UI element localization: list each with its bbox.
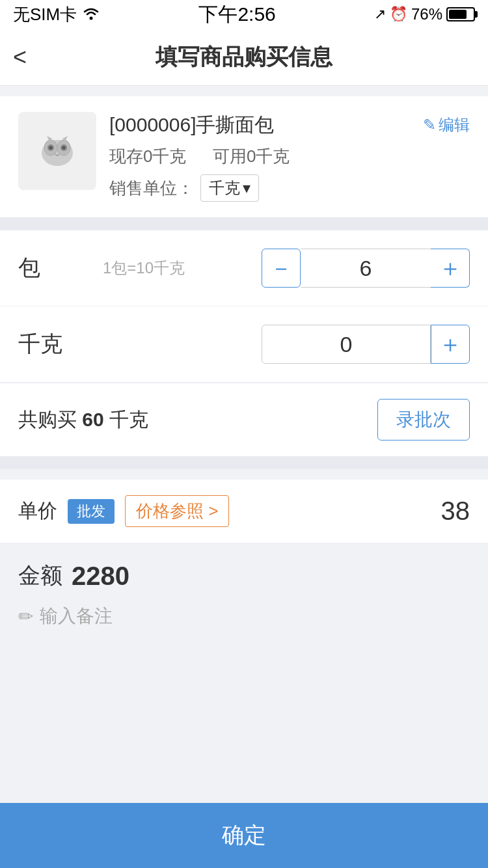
svg-point-6 [49,146,53,149]
remark-placeholder: 输入备注 [40,604,113,629]
package-hint: 1包=10千克 [103,258,262,278]
plus-icon: ＋ [439,252,462,284]
batch-button[interactable]: 录批次 [377,399,470,441]
price-badge: 批发 [68,499,115,524]
available-label: 可用0千克 [213,146,290,166]
price-section: 单价 批发 价格参照 > 38 [0,480,488,543]
amount-section: 金额 2280 ✏ 输入备注 [0,543,488,647]
stock-label: 现存0千克 [109,146,186,166]
svg-point-7 [62,146,66,149]
kilogram-label: 千克 [18,329,96,359]
status-bar: 无SIM卡 下午2:56 ↗ ⏰ 76% [0,0,488,29]
kilogram-input-row: 千克 ＋ [0,306,488,383]
product-card: [0000006]手撕面包 现存0千克 可用0千克 销售单位： 千克 ▾ ✎ 编… [0,96,488,217]
product-stock: 现存0千克 可用0千克 [109,145,470,168]
product-name: [0000006]手撕面包 [109,112,470,139]
package-controls: － ＋ [262,249,470,288]
minus-icon: － [269,252,293,284]
price-label: 单价 [18,498,57,524]
edit-button[interactable]: ✎ 编辑 [423,115,470,135]
product-logo [34,124,81,178]
summary-row: 共购买 60 千克 录批次 [0,383,488,456]
stock-separator [191,146,208,166]
confirm-label: 确定 [222,821,266,850]
time-label: 下午2:56 [198,1,275,28]
confirm-bar[interactable]: 确定 [0,803,488,868]
product-info: [0000006]手撕面包 现存0千克 可用0千克 销售单位： 千克 ▾ [109,112,470,202]
unit-prefix: 销售单位： [109,177,194,200]
section-divider-1 [0,217,488,230]
summary-prefix: 共购买 [18,409,77,430]
package-decrement-button[interactable]: － [262,249,301,288]
price-row: 单价 批发 价格参照 > 38 [18,495,470,527]
product-unit-row: 销售单位： 千克 ▾ [109,174,470,202]
price-value: 38 [441,496,470,526]
amount-row: 金额 2280 [18,561,470,591]
location-icon: ↗ [374,6,386,23]
summary-unit: 千克 [109,409,148,430]
page-title: 填写商品购买信息 [156,42,332,72]
unit-select[interactable]: 千克 ▾ [200,174,259,202]
edit-label: 编辑 [439,115,470,135]
amount-label: 金额 [18,561,62,591]
back-button[interactable]: < [13,44,27,71]
package-input[interactable] [301,249,431,288]
status-left: 无SIM卡 [13,3,100,26]
unit-value: 千克 [209,178,240,198]
kilogram-controls: ＋ [262,325,470,364]
edit-icon: ✎ [423,116,436,134]
product-thumbnail [18,112,96,190]
amount-value: 2280 [72,562,129,591]
battery-icon [446,7,475,21]
summary-quantity: 60 [82,409,103,430]
carrier-label: 无SIM卡 [13,3,77,26]
section-divider-2 [0,456,488,469]
wifi-icon [82,5,100,25]
price-ref-button[interactable]: 价格参照 > [125,495,229,527]
battery-percent: 76% [411,5,442,23]
svg-point-0 [90,16,93,20]
unit-chevron: ▾ [243,179,251,197]
remark-icon: ✏ [18,606,33,627]
alarm-icon: ⏰ [390,6,407,23]
summary-text: 共购买 60 千克 [18,407,377,433]
package-input-row: 包 1包=10千克 － ＋ [0,230,488,306]
package-increment-button[interactable]: ＋ [431,249,470,288]
kilogram-input[interactable] [262,325,431,364]
kilogram-increment-button[interactable]: ＋ [431,325,470,364]
package-input-section: 包 1包=10千克 － ＋ 千克 ＋ [0,230,488,383]
status-right: ↗ ⏰ 76% [374,5,475,23]
nav-bar: < 填写商品购买信息 [0,29,488,86]
package-label: 包 [18,253,96,283]
plus-icon-kg: ＋ [439,329,462,360]
remark-row[interactable]: ✏ 输入备注 [18,604,470,629]
